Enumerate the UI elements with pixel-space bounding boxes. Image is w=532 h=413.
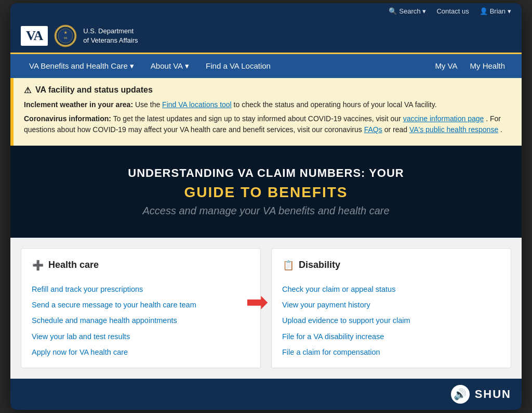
public-health-link[interactable]: VA's public health response (409, 125, 498, 134)
disability-links: Check your claim or appeal status View y… (282, 284, 500, 357)
browser-frame: 🔍 Search ▾ Contact us 👤 Brian ▾ VA ★ VA (10, 3, 522, 410)
nav-find-location[interactable]: Find a VA Location (197, 54, 279, 78)
hero-section: UNDERSTANDING VA CLAIM NUMBERS: YOUR GUI… (10, 146, 522, 238)
nav-left: VA Benefits and Health Care ▾ About VA ▾… (21, 54, 279, 78)
disability-increase-link[interactable]: File for a VA disability increase (282, 332, 384, 341)
list-item: Schedule and manage health appointments (32, 315, 250, 326)
nav-about-va[interactable]: About VA ▾ (142, 54, 197, 78)
main-content-wrapper: ➕ Health care Refill and track your pres… (10, 238, 522, 379)
health-care-card: ➕ Health care Refill and track your pres… (21, 248, 261, 368)
contact-us-link[interactable]: Contact us (436, 7, 469, 15)
faqs-link[interactable]: FAQs (364, 125, 382, 134)
list-item: File for a VA disability increase (282, 331, 500, 342)
main-content: ➕ Health care Refill and track your pres… (10, 238, 522, 379)
check-claim-link[interactable]: Check your claim or appeal status (282, 285, 395, 293)
warning-icon: ⚠ (24, 85, 31, 95)
health-care-card-title: ➕ Health care (32, 259, 250, 276)
alert-banner: ⚠ VA facility and status updates Incleme… (10, 78, 522, 146)
nav-my-health[interactable]: My Health (463, 54, 511, 78)
find-va-locations-link[interactable]: Find VA locations tool (162, 100, 232, 109)
utility-bar: 🔍 Search ▾ Contact us 👤 Brian ▾ (10, 3, 522, 19)
upload-evidence-link[interactable]: Upload evidence to support your claim (282, 316, 410, 325)
list-item: View your payment history (282, 300, 500, 310)
search-icon: 🔍 (389, 7, 397, 15)
logo-area: VA ★ VA U.S. Department of Veterans Affa… (21, 24, 138, 47)
file-claim-link[interactable]: File a claim for compensation (282, 348, 380, 356)
svg-text:★: ★ (64, 31, 68, 34)
lab-results-link[interactable]: View your lab and test results (32, 332, 130, 341)
payment-history-link[interactable]: View your payment history (282, 301, 370, 309)
secure-message-link[interactable]: Send a secure message to your health car… (32, 301, 196, 309)
alert-title: ⚠ VA facility and status updates (24, 85, 511, 95)
watermark-bar: 🔊 SHUN (10, 379, 522, 410)
list-item: View your lab and test results (32, 331, 250, 342)
schedule-appointments-link[interactable]: Schedule and manage health appointments (32, 316, 177, 325)
list-item: Upload evidence to support your claim (282, 315, 500, 326)
user-icon: 👤 (480, 7, 488, 15)
disability-icon: 📋 (282, 259, 295, 272)
list-item: Refill and track your prescriptions (32, 284, 250, 294)
list-item: Apply now for VA health care (32, 347, 250, 357)
va-logo-text[interactable]: VA (21, 26, 48, 46)
site-header: VA ★ VA U.S. Department of Veterans Affa… (10, 19, 522, 54)
user-menu[interactable]: 👤 Brian ▾ (480, 7, 511, 15)
health-care-links: Refill and track your prescriptions Send… (32, 284, 250, 357)
list-item: File a claim for compensation (282, 347, 500, 357)
alert-inclement: Inclement weather in your area: Use the … (24, 99, 511, 110)
svg-text:VA: VA (64, 36, 68, 40)
va-seal: ★ VA (54, 24, 77, 47)
nav-bar: VA Benefits and Health Care ▾ About VA ▾… (10, 54, 522, 78)
apply-health-care-link[interactable]: Apply now for VA health care (32, 348, 128, 356)
health-icon: ➕ (32, 259, 44, 272)
search-button[interactable]: 🔍 Search ▾ (389, 7, 426, 15)
nav-right: My VA My Health (429, 54, 511, 78)
hero-page-subtitle: Access and manage your VA benefits and h… (142, 205, 389, 217)
hero-subtitle: GUIDE TO BENEFITS (184, 184, 348, 201)
hero-title: UNDERSTANDING VA CLAIM NUMBERS: YOUR (128, 166, 404, 180)
watermark-icon: 🔊 (451, 385, 470, 404)
disability-card: 📋 Disability Check your claim or appeal … (271, 248, 511, 368)
alert-covid: Coronavirus information: To get the late… (24, 113, 511, 135)
nav-my-va[interactable]: My VA (429, 54, 463, 78)
list-item: Check your claim or appeal status (282, 284, 500, 294)
vaccine-info-link[interactable]: vaccine information page (403, 114, 484, 123)
department-name: U.S. Department of Veterans Affairs (83, 27, 138, 45)
watermark-text: SHUN (475, 388, 511, 401)
list-item: Send a secure message to your health car… (32, 300, 250, 310)
nav-benefits[interactable]: VA Benefits and Health Care ▾ (21, 54, 142, 78)
disability-card-title: 📋 Disability (282, 259, 500, 276)
refill-prescriptions-link[interactable]: Refill and track your prescriptions (32, 285, 143, 293)
